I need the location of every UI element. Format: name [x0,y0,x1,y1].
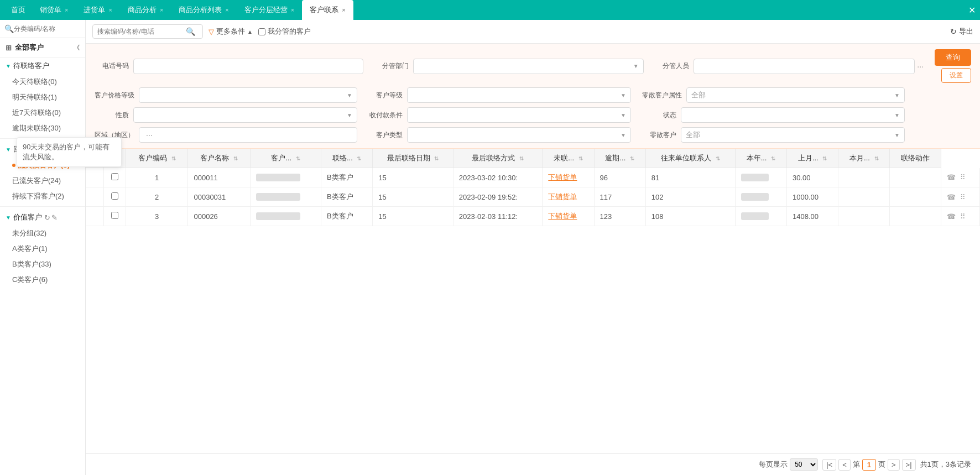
payment-select[interactable]: ▼ [407,107,631,123]
search-button-icon[interactable]: 🔍 [186,27,195,36]
row-checkbox-cell [104,187,126,207]
row-num: 3 [126,207,188,226]
close-icon[interactable]: × [291,7,294,13]
phone-input[interactable] [133,59,363,74]
region-select[interactable]: ··· [139,127,357,143]
nav-item-home[interactable]: 首页 [4,0,32,20]
row-overdue: 102 [645,187,735,207]
close-icon[interactable]: × [65,7,68,13]
status-arrow-icon: ▼ [894,112,900,118]
manager-dots-icon[interactable]: ··· [917,62,924,71]
sidebar-item-tomorrow-contact[interactable]: 明天待联络(1) [0,90,85,105]
query-button[interactable]: 查询 [935,49,971,66]
prev-page-button[interactable]: < [838,459,851,471]
sidebar-group-value[interactable]: ▼ 价值客户 ↻ ✎ [0,209,85,226]
sort-arrows-last-date[interactable]: ⇅ [434,155,439,161]
sidebar-item-class-a[interactable]: A类客户(1) [0,241,85,257]
action-icons: ☎ ⠿ [947,173,974,181]
sidebar-item-today-contact[interactable]: 今天待联络(0) [0,74,85,90]
sort-arrows-last-month[interactable]: ⇅ [822,155,827,161]
sidebar-search-input[interactable] [14,25,86,33]
close-icon[interactable]: × [108,7,112,13]
nav-item-analysis[interactable]: 商品分析 × [120,0,171,20]
sidebar-item-7days-contact[interactable]: 近7天待联络(0) [0,105,85,121]
sort-arrows-this-month[interactable]: ⇅ [874,155,879,161]
row-checkbox-cell [104,207,126,226]
retail-customer-select[interactable]: 全部 ▼ [681,127,905,143]
sidebar-item-class-b[interactable]: B类客户(33) [0,257,85,272]
sort-arrows-name[interactable]: ⇅ [233,155,238,161]
customer-level-select[interactable]: ▼ [407,87,631,103]
contact-action-icon[interactable]: ☎ [947,193,956,201]
row-checkbox[interactable] [111,173,118,180]
more-action-icon[interactable]: ⠿ [960,193,966,201]
more-conditions-button[interactable]: ▽ 更多条件 ▲ [208,27,253,36]
contact-action-icon[interactable]: ☎ [947,212,956,221]
row-action: ☎ ⠿ [941,187,980,207]
nav-item-customer-contact[interactable]: 客户联系 × [302,0,353,20]
last-method-link[interactable]: 下销货单 [548,173,577,181]
close-icon[interactable]: × [225,7,228,13]
sort-arrows-type[interactable]: ⇅ [296,155,300,161]
nav-item-customer-layer[interactable]: 客户分层经营 × [237,0,302,20]
col-label-code: 客户编码 [138,154,167,162]
sidebar-group-pending-contact[interactable]: ▼ 待联络客户 [0,58,85,74]
window-close-icon[interactable]: ✕ [968,5,976,15]
nav-item-sales[interactable]: 销货单 × [32,0,76,20]
sidebar-item-lost-customers[interactable]: 已流失客户(24) [0,173,85,189]
sort-arrows-contact-person[interactable]: ⇅ [716,155,720,161]
last-method-link[interactable]: 下销货单 [548,192,577,201]
col-label-contact: 联络... [332,154,353,162]
sidebar-item-overdue-contact[interactable]: 逾期未联络(30) [0,121,85,136]
sort-arrows-overdue[interactable]: ⇅ [630,155,634,161]
sort-arrows-this-year[interactable]: ⇅ [771,155,775,161]
customer-type-select[interactable]: ▼ [407,127,631,143]
col-label-contact-person: 往来单位联系人 [661,154,711,162]
refresh-icon[interactable]: ↻ [44,213,50,222]
edit-icon[interactable]: ✎ [51,213,58,222]
export-button[interactable]: ↻ 导出 [950,27,973,36]
sort-arrows-code[interactable]: ⇅ [171,155,176,161]
col-header-type: 客户... ⇅ [250,149,321,168]
last-method-link[interactable]: 下销货单 [548,212,577,220]
sidebar-all-customers[interactable]: ⊞ 全部客户 《 [0,38,85,58]
setting-button[interactable]: 设置 [941,68,971,83]
close-icon[interactable]: × [342,7,345,13]
sort-arrows-contact[interactable]: ⇅ [357,155,361,161]
my-customers-check[interactable] [258,28,265,35]
close-icon[interactable]: × [160,7,163,13]
col-header-last-date: 最后联络日期 ⇅ [373,149,453,168]
row-checkbox[interactable] [111,192,118,200]
first-page-button[interactable]: |< [822,459,836,471]
sidebar-item-class-c[interactable]: C类客户(6) [0,272,85,288]
sidebar-item-declining-customers[interactable]: 持续下滑客户(2) [0,189,85,204]
tooltip-box: 90天未交易的客户，可能有流失风险。 [17,137,122,167]
contact-action-icon[interactable]: ☎ [947,173,956,181]
last-page-button[interactable]: >| [902,459,916,471]
sidebar-search-area: 🔍 [0,20,85,38]
retail-attr-arrow-icon: ▼ [894,92,900,98]
price-level-select[interactable]: ▼ [139,87,357,103]
nav-item-analysis-list[interactable]: 商品分析列表 × [171,0,236,20]
more-action-icon[interactable]: ⠿ [960,173,966,181]
status-select[interactable]: ▼ [681,107,905,123]
next-page-button[interactable]: > [888,459,900,471]
search-input[interactable] [97,28,186,35]
region-dots-icon[interactable]: ··· [146,131,153,139]
nature-select[interactable]: ▼ [133,107,357,123]
manager-input[interactable] [694,59,915,74]
dept-select[interactable]: ▼ [413,59,643,74]
row-code: 000011 [188,168,250,187]
more-action-icon[interactable]: ⠿ [960,212,966,221]
row-checkbox[interactable] [111,212,118,219]
retail-attr-select[interactable]: 全部 ▼ [686,87,905,103]
sort-arrows-not-contacted[interactable]: ⇅ [578,155,583,161]
sidebar-divider-2 [0,206,85,207]
nav-label-customer-contact: 客户联系 [310,5,338,15]
per-page-select[interactable]: 50 100 [790,458,818,471]
nav-item-purchase[interactable]: 进货单 × [76,0,119,20]
sidebar-item-ungrouped[interactable]: 未分组(32) [0,226,85,241]
export-label: 导出 [959,27,973,36]
sort-arrows-last-method[interactable]: ⇅ [519,155,524,161]
my-customers-checkbox[interactable]: 我分管的客户 [258,27,311,36]
